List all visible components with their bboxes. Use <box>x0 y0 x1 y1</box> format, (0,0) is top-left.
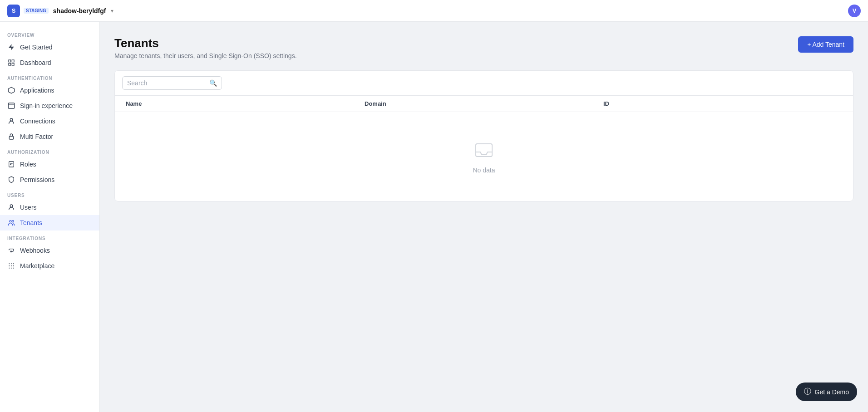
lightning-icon <box>7 43 15 51</box>
grid-icon <box>7 59 15 67</box>
topbar: S STAGING shadow-beryldfgf ▾ V <box>0 0 868 22</box>
sidebar-item-connections[interactable]: Connections <box>0 113 99 129</box>
svg-rect-2 <box>9 63 11 65</box>
svg-rect-1 <box>12 60 14 62</box>
sidebar-item-multi-factor[interactable]: Multi Factor <box>0 129 99 144</box>
svg-point-17 <box>13 263 14 264</box>
empty-state: No data <box>115 112 853 201</box>
sidebar-item-label-sign-in-experience: Sign-in experience <box>20 102 73 109</box>
org-name: shadow-beryldfgf <box>53 7 106 15</box>
table-header: Name Domain ID <box>115 96 853 112</box>
person-icon <box>7 203 15 211</box>
col-id: ID <box>603 100 842 107</box>
webhook-icon <box>7 246 15 255</box>
sidebar-item-label-marketplace: Marketplace <box>20 262 54 270</box>
tenants-table-card: 🔍 Name Domain ID No data <box>114 70 853 201</box>
search-bar: 🔍 <box>115 71 853 96</box>
sidebar-item-webhooks[interactable]: Webhooks <box>0 243 99 258</box>
org-avatar: S <box>7 5 20 17</box>
sidebar-item-label-multi-factor: Multi Factor <box>20 133 53 140</box>
sidebar-item-roles[interactable]: Roles <box>0 157 99 172</box>
sidebar-section-users: USERS <box>0 187 99 200</box>
col-name: Name <box>126 100 365 107</box>
sidebar-item-label-dashboard: Dashboard <box>20 59 51 66</box>
get-demo-button[interactable]: ⓘ Get a Demo <box>796 383 857 401</box>
people-icon <box>7 219 15 227</box>
svg-point-23 <box>13 268 14 269</box>
sidebar-item-get-started[interactable]: Get Started <box>0 39 99 55</box>
svg-point-20 <box>13 265 14 266</box>
topbar-left: S STAGING shadow-beryldfgf ▾ <box>7 5 113 17</box>
col-domain: Domain <box>365 100 603 107</box>
sidebar-item-applications[interactable]: Applications <box>0 83 99 98</box>
sidebar-item-label-webhooks: Webhooks <box>20 247 50 254</box>
person-icon <box>7 117 15 125</box>
search-input[interactable] <box>127 79 207 87</box>
sidebar-item-marketplace[interactable]: Marketplace <box>0 258 99 274</box>
svg-point-18 <box>9 265 10 266</box>
sidebar-item-label-connections: Connections <box>20 118 55 125</box>
page-title: Tenants <box>114 36 297 50</box>
chevron-down-icon[interactable]: ▾ <box>111 8 113 14</box>
svg-point-21 <box>9 268 10 269</box>
svg-rect-5 <box>8 103 14 108</box>
demo-button-label: Get a Demo <box>815 388 849 396</box>
main-content: Tenants Manage tenants, their users, and… <box>100 22 868 412</box>
svg-point-16 <box>11 263 12 264</box>
empty-text: No data <box>473 167 495 174</box>
page-subtitle: Manage tenants, their users, and Single … <box>114 52 297 59</box>
svg-rect-8 <box>9 136 13 139</box>
badge-icon <box>7 160 15 168</box>
svg-rect-3 <box>12 63 14 65</box>
svg-point-19 <box>11 265 12 266</box>
sidebar: OVERVIEWGet StartedDashboardAUTHENTICATI… <box>0 22 100 412</box>
svg-point-22 <box>11 268 12 269</box>
sidebar-item-users[interactable]: Users <box>0 200 99 215</box>
dots-grid-icon <box>7 262 15 270</box>
user-avatar[interactable]: V <box>848 5 861 17</box>
sidebar-section-authorization: AUTHORIZATION <box>0 144 99 157</box>
sidebar-item-label-applications: Applications <box>20 87 54 94</box>
svg-point-14 <box>12 221 14 222</box>
search-icon: 🔍 <box>209 79 217 87</box>
sidebar-section-overview: OVERVIEW <box>0 27 99 39</box>
add-tenant-button[interactable]: + Add Tenant <box>798 36 853 53</box>
sidebar-item-label-users: Users <box>20 204 37 211</box>
search-input-wrapper: 🔍 <box>122 76 222 90</box>
svg-point-15 <box>9 263 10 264</box>
sidebar-item-label-roles: Roles <box>20 161 36 168</box>
svg-point-12 <box>10 205 12 207</box>
browser-icon <box>7 102 15 110</box>
sidebar-item-label-get-started: Get Started <box>20 44 53 51</box>
sidebar-item-dashboard[interactable]: Dashboard <box>0 55 99 70</box>
svg-rect-0 <box>9 60 11 62</box>
staging-badge: STAGING <box>24 8 49 14</box>
svg-point-7 <box>10 118 12 121</box>
sidebar-item-sign-in-experience[interactable]: Sign-in experience <box>0 98 99 113</box>
sidebar-section-authentication: AUTHENTICATION <box>0 70 99 83</box>
sidebar-item-tenants[interactable]: Tenants <box>0 215 99 231</box>
demo-circle-icon: ⓘ <box>804 387 811 397</box>
sidebar-item-label-tenants: Tenants <box>20 219 42 226</box>
apps-icon <box>7 86 15 94</box>
sidebar-section-integrations: INTEGRATIONS <box>0 231 99 243</box>
lock-icon <box>7 132 15 141</box>
page-header: Tenants Manage tenants, their users, and… <box>114 36 853 59</box>
svg-marker-4 <box>8 87 14 93</box>
empty-inbox-icon <box>473 139 495 161</box>
svg-point-13 <box>10 221 11 222</box>
sidebar-item-label-permissions: Permissions <box>20 176 54 183</box>
page-header-text: Tenants Manage tenants, their users, and… <box>114 36 297 59</box>
shield-icon <box>7 176 15 184</box>
sidebar-item-permissions[interactable]: Permissions <box>0 172 99 187</box>
